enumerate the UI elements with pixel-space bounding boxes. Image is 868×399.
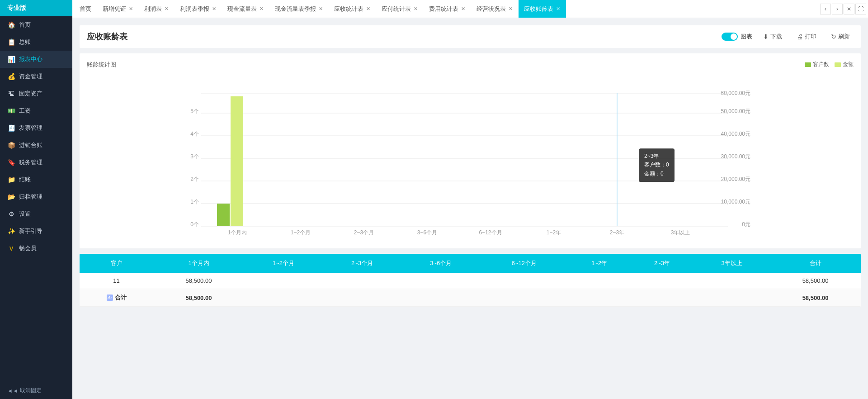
refresh-label: 刷新 <box>838 33 850 41</box>
ledger-icon: 📋 <box>7 38 15 46</box>
sidebar-label-guide: 新手引导 <box>19 227 42 235</box>
tab-ap-stat-close[interactable]: ✕ <box>414 6 418 12</box>
sidebar-item-close[interactable]: 📁 结账 <box>0 171 72 188</box>
sidebar-item-vip[interactable]: V 畅会员 <box>0 240 72 257</box>
tab-ap-stat[interactable]: 应付统计表 ✕ <box>376 0 424 18</box>
total-6-12m <box>480 289 568 307</box>
tab-ar-aging-close[interactable]: ✕ <box>556 6 560 12</box>
sidebar-item-capital[interactable]: 💰 资金管理 <box>0 68 72 85</box>
tab-ar-stat-close[interactable]: ✕ <box>366 6 370 12</box>
tab-profit-close[interactable]: ✕ <box>165 6 169 12</box>
tab-cashflow-close[interactable]: ✕ <box>259 6 264 12</box>
sidebar-label-payroll: 工资 <box>19 107 31 115</box>
bar-customer-0[interactable] <box>217 204 230 226</box>
chart-svg: 0个 1个 2个 3个 4个 5个 0元 10,000.00元 20,000.0… <box>87 72 854 240</box>
cell-1-2m <box>244 273 323 289</box>
chart-container: 账龄统计图 客户数 金额 0个 1个 2个 3个 <box>80 53 861 248</box>
tab-biz-status-close[interactable]: ✕ <box>509 6 513 12</box>
tab-voucher-close[interactable]: ✕ <box>129 6 133 12</box>
bar-amount-0[interactable] <box>231 96 243 226</box>
page-content-area: 应收账龄表 图表 ⬇ 下载 🖨 打印 ↻ 刷新 <box>72 18 868 399</box>
svg-text:6~12个月: 6~12个月 <box>479 229 502 236</box>
sidebar-item-invoice[interactable]: 🧾 发票管理 <box>0 119 72 137</box>
download-label: 下载 <box>770 33 782 41</box>
chart-toggle[interactable]: 图表 <box>722 33 752 41</box>
tab-cashflow-quarter[interactable]: 现金流量表季报 ✕ <box>269 0 329 18</box>
home-icon: 🏠 <box>7 21 15 28</box>
cell-3-6m <box>401 273 480 289</box>
tab-biz-status[interactable]: 经营状况表 ✕ <box>471 0 519 18</box>
svg-text:0个: 0个 <box>190 221 199 228</box>
print-button[interactable]: 🖨 打印 <box>793 31 820 43</box>
col-header-1-2m: 1~2个月 <box>244 254 323 273</box>
legend-customer-label: 客户数 <box>813 61 829 68</box>
cell-1m: 58,500.00 <box>153 273 244 289</box>
sidebar-label-purchase: 进销台账 <box>19 141 42 149</box>
tab-expense-stat-close[interactable]: ✕ <box>461 6 465 12</box>
page-title: 应收账龄表 <box>87 31 722 42</box>
payroll-icon: 💵 <box>7 107 15 114</box>
reports-icon: 📊 <box>7 56 15 63</box>
guide-icon: ✨ <box>7 228 15 235</box>
refresh-button[interactable]: ↻ 刷新 <box>827 31 854 43</box>
tab-expense-stat[interactable]: 费用统计表 ✕ <box>424 0 471 18</box>
legend-customer-color <box>805 62 811 67</box>
print-label: 打印 <box>805 33 816 41</box>
tab-nav-buttons: ‹ › ✕ ⛶ <box>820 4 866 14</box>
cell-2-3m <box>323 273 401 289</box>
tab-scroll-right[interactable]: › <box>832 4 843 14</box>
legend-amount-label: 金额 <box>843 61 854 68</box>
toggle-label: 图表 <box>741 33 752 41</box>
svg-text:50,000.00元: 50,000.00元 <box>721 108 750 114</box>
tab-voucher-label: 新增凭证 <box>103 5 126 13</box>
tab-close-all[interactable]: ✕ <box>844 4 854 14</box>
cell-1-2y <box>568 273 631 289</box>
download-button[interactable]: ⬇ 下载 <box>760 31 786 43</box>
app-logo: 专业版 <box>0 0 72 16</box>
sidebar-item-assets[interactable]: 🏗 固定资产 <box>0 85 72 102</box>
tab-profit[interactable]: 利润表 ✕ <box>139 0 175 18</box>
toggle-fixed-button[interactable]: ◄◄ 取消固定 <box>0 382 72 399</box>
tab-ar-stat-label: 应收统计表 <box>334 5 363 13</box>
toggle-track[interactable] <box>722 33 738 41</box>
cell-6-12m <box>480 273 568 289</box>
tab-cashflow-quarter-label: 现金流量表季报 <box>275 5 316 13</box>
sidebar-label-settings: 设置 <box>19 210 31 218</box>
chart-title: 账龄统计图 <box>87 61 854 69</box>
cell-over-3y <box>693 273 770 289</box>
sidebar-item-ledger[interactable]: 📋 总账 <box>0 33 72 51</box>
sidebar-item-archive[interactable]: 📂 归档管理 <box>0 188 72 205</box>
sidebar-item-guide[interactable]: ✨ 新手引导 <box>0 223 72 240</box>
legend-amount-color <box>835 62 841 67</box>
sidebar-item-home[interactable]: 🏠 首页 <box>0 16 72 33</box>
svg-text:3~6个月: 3~6个月 <box>417 229 437 236</box>
print-icon: 🖨 <box>797 33 803 40</box>
tab-ar-aging-label: 应收账龄表 <box>524 5 553 13</box>
tab-maximize[interactable]: ⛶ <box>855 4 866 14</box>
legend-amount: 金额 <box>835 61 854 68</box>
tab-voucher[interactable]: 新增凭证 ✕ <box>97 0 139 18</box>
sidebar-item-payroll[interactable]: 💵 工资 <box>0 102 72 119</box>
sidebar-item-tax[interactable]: 🔖 税务管理 <box>0 154 72 171</box>
sidebar-item-settings[interactable]: ⚙ 设置 <box>0 205 72 223</box>
tab-home[interactable]: 首页 <box>74 0 97 18</box>
total-label-text: 合计 <box>115 294 127 302</box>
tab-profit-quarter[interactable]: 利润表季报 ✕ <box>175 0 222 18</box>
tab-cashflow-quarter-close[interactable]: ✕ <box>319 6 323 12</box>
sidebar: 专业版 🏠 首页 📋 总账 📊 报表中心 💰 资金管理 🏗 固定资产 💵 工资 … <box>0 0 72 399</box>
tab-scroll-left[interactable]: ‹ <box>820 4 831 14</box>
sidebar-label-capital: 资金管理 <box>19 72 42 81</box>
sidebar-label-vip: 畅会员 <box>19 244 37 252</box>
cell-total: 58,500.00 <box>770 273 861 289</box>
tab-cashflow[interactable]: 现金流量表 ✕ <box>222 0 269 18</box>
tab-profit-quarter-close[interactable]: ✕ <box>212 6 216 12</box>
tab-cashflow-label: 现金流量表 <box>227 5 257 13</box>
svg-text:2~3个月: 2~3个月 <box>354 229 374 236</box>
tab-ar-aging[interactable]: 应收账龄表 ✕ <box>519 0 566 18</box>
sidebar-label-archive: 归档管理 <box>19 193 42 201</box>
sidebar-item-purchase[interactable]: 📦 进销台账 <box>0 137 72 154</box>
total-icon: Ai <box>107 294 113 301</box>
svg-text:2~3年: 2~3年 <box>610 229 624 236</box>
tab-ar-stat[interactable]: 应收统计表 ✕ <box>329 0 376 18</box>
sidebar-item-reports[interactable]: 📊 报表中心 <box>0 51 72 68</box>
